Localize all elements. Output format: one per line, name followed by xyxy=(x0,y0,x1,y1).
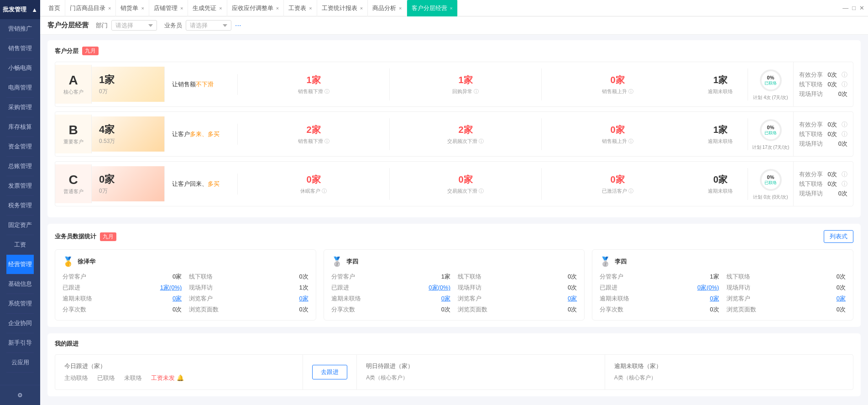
tab-close-icon[interactable]: × xyxy=(108,5,111,11)
overdue-followup-cell: 逾期未联络（家） A类（核心客户） xyxy=(605,355,853,389)
tomorrow-sub: A类（核心客户） xyxy=(366,374,595,382)
tab-close-icon[interactable]: × xyxy=(450,5,453,11)
right-stat-info-icon[interactable]: ⓘ xyxy=(842,180,847,188)
tier-stats-B: 2家 销售额下滑 ⓘ 2家 交易频次下滑 ⓘ 0家 销售额上升 ⓘ xyxy=(238,118,693,150)
sidebar-item-工资[interactable]: 工资 xyxy=(6,235,34,255)
right-stat-info-icon[interactable]: ⓘ xyxy=(842,71,847,79)
right-stat-info-icon[interactable]: ⓘ xyxy=(842,121,847,129)
sidebar-item-销售管理[interactable]: 销售管理 xyxy=(6,39,34,58)
overdue-sub: A类（核心客户） xyxy=(614,374,844,382)
tab-close-icon[interactable]: × xyxy=(360,5,363,11)
window-close-icon[interactable]: ✕ xyxy=(859,5,864,11)
right-stat-row: 有效分享 0次 ⓘ xyxy=(799,121,847,129)
dept-select[interactable]: 请选择 xyxy=(111,20,157,31)
page-title: 客户分层经营 xyxy=(47,21,89,30)
go-followup-button[interactable]: 去跟进 xyxy=(312,365,347,379)
tab-close-icon[interactable]: × xyxy=(141,5,144,11)
tier-right-stats-C: 有效分享 0次 ⓘ 线下联络 0次 ⓘ 现场拜访 0次 xyxy=(794,166,853,202)
biz-stat-right-1: 现场拜访 0次 xyxy=(727,284,846,292)
sidebar-item-电商管理[interactable]: 电商管理 xyxy=(6,78,34,98)
right-stat-row: 现场拜访 0次 xyxy=(799,90,847,98)
main-area: 首页门店商品目录×销货单×店铺管理×生成凭证×应收应付调整单×工资表×工资统计报… xyxy=(40,0,868,405)
sidebar-item-小畅电商[interactable]: 小畅电商 xyxy=(6,58,34,78)
tier-row-A: A 核心客户 1家 0万 让销售额不下滑 1家 销售额下滑 ⓘ 1家 回购异常 … xyxy=(55,62,853,107)
sidebar-header[interactable]: 批发管理 ▲ xyxy=(0,0,40,19)
tab-商品分析[interactable]: 商品分析× xyxy=(368,0,407,16)
sidebar-settings[interactable]: ⚙ xyxy=(0,385,40,405)
sidebar-item-资金管理[interactable]: 资金管理 xyxy=(6,137,34,157)
window-max-icon[interactable]: □ xyxy=(852,5,856,11)
medal-icon: 🥈 xyxy=(331,256,343,267)
sidebar-item-经营管理[interactable]: 经营管理 xyxy=(6,255,34,274)
biz-stat-left-2: 逾期未联络 0家 xyxy=(331,295,450,303)
sidebar-item-总账管理[interactable]: 总账管理 xyxy=(6,157,34,176)
tier-contact-B: 1家 逾期未联络 xyxy=(693,118,748,150)
tier-contact-A: 1家 逾期未联络 xyxy=(693,68,748,100)
sidebar: 批发管理 ▲ 营销推广销售管理小畅电商电商管理采购管理库存核算资金管理总账管理发… xyxy=(0,0,40,405)
tab-门店商品目录[interactable]: 门店商品目录× xyxy=(65,0,116,16)
biz-person-name: 徐泽华 xyxy=(78,258,95,266)
sidebar-item-固定资产[interactable]: 固定资产 xyxy=(6,216,34,235)
stat-cell: 2家 交易频次下滑 ⓘ xyxy=(390,118,542,150)
biz-select[interactable]: 请选择 xyxy=(186,20,231,31)
biz-stat-right-3: 浏览页面数 0次 xyxy=(727,305,846,314)
sidebar-collapse-icon[interactable]: ▲ xyxy=(31,6,37,13)
tier-stats-A: 1家 销售额下滑 ⓘ 1家 回购异常 ⓘ 0家 销售额上升 ⓘ xyxy=(238,68,693,100)
biz-stats-grid: 分管客户 0家 线下联络 0次 已跟进 1家(0%) 现场拜访 1次 逾期未联络… xyxy=(63,273,309,314)
tab-close-icon[interactable]: × xyxy=(309,5,312,11)
sidebar-item-企业协同[interactable]: 企业协同 xyxy=(6,314,34,333)
biz-stat-right-3: 浏览页面数 0次 xyxy=(458,305,577,314)
tab-close-icon[interactable]: × xyxy=(276,5,279,11)
biz-stat-left-1: 已跟进 1家(0%) xyxy=(63,284,182,292)
page-header: 客户分层经营 部门 请选择 业务员 请选择 ··· xyxy=(40,16,868,35)
today-label: 今日跟进（家） xyxy=(64,362,293,370)
tab-应收应付调整单[interactable]: 应收应付调整单× xyxy=(227,0,284,16)
tier-row-B: B 重要客户 4家 0.53万 让客户多来、多买 2家 销售额下滑 ⓘ 2家 交… xyxy=(55,111,853,157)
sidebar-item-系统管理[interactable]: 系统管理 xyxy=(6,294,34,314)
sidebar-item-新手引导[interactable]: 新手引导 xyxy=(6,333,34,353)
tab-首页[interactable]: 首页 xyxy=(44,0,65,16)
tier-right-stats-B: 有效分享 0次 ⓘ 线下联络 0次 ⓘ 现场拜访 0次 xyxy=(794,116,853,153)
stat-cell: 1家 回购异常 ⓘ xyxy=(390,68,542,100)
biz-stat-right-0: 线下联络 0次 xyxy=(189,273,308,281)
tab-客户分层经营[interactable]: 客户分层经营× xyxy=(407,0,458,16)
filter-more-icon[interactable]: ··· xyxy=(235,21,241,30)
list-view-button[interactable]: 列表式 xyxy=(824,230,853,243)
tab-close-icon[interactable]: × xyxy=(180,5,183,11)
sidebar-item-采购管理[interactable]: 采购管理 xyxy=(6,98,34,117)
right-stat-info-icon[interactable]: ⓘ xyxy=(842,170,847,179)
biz-stat-left-0: 分管客户 0家 xyxy=(63,273,182,281)
tier-circle-B: 0% 已联络 计划 17次 (7天/次) xyxy=(748,112,794,156)
sidebar-item-发票管理[interactable]: 发票管理 xyxy=(6,176,34,196)
customer-tier-section: 客户分层 九月 A 核心客户 1家 0万 让销售额不下滑 1家 销售额下滑 ⓘ … xyxy=(47,40,861,217)
sidebar-item-税务管理[interactable]: 税务管理 xyxy=(6,196,34,216)
sidebar-item-营销推广[interactable]: 营销推广 xyxy=(6,19,34,39)
right-stat-info-icon[interactable]: ⓘ xyxy=(842,80,847,89)
biz-stat-left-2: 逾期未联络 0家 xyxy=(63,295,182,303)
tier-circle-A: 0% 已联络 计划 4次 (7天/次) xyxy=(748,62,794,106)
tier-action-B: 让客户多来、多买 xyxy=(165,124,238,145)
window-min-icon[interactable]: — xyxy=(842,5,848,11)
biz-card-0: 🥇 徐泽华 分管客户 0家 线下联络 0次 已跟进 1家(0%) 现场拜访 1次… xyxy=(55,249,316,321)
biz-stat-left-1: 已跟进 0家(0%) xyxy=(331,284,450,292)
biz-stat-right-2: 浏览客户 0家 xyxy=(458,295,577,303)
biz-stat-left-0: 分管客户 1家 xyxy=(600,273,719,281)
sidebar-item-库存核算[interactable]: 库存核算 xyxy=(6,117,34,137)
right-stat-row: 有效分享 0次 ⓘ xyxy=(799,71,847,79)
tab-close-icon[interactable]: × xyxy=(219,5,222,11)
sidebar-item-云应用[interactable]: 云应用 xyxy=(6,353,34,373)
sidebar-item-基础信息[interactable]: 基础信息 xyxy=(6,274,34,294)
biz-card-header: 🥈 李四 xyxy=(331,256,577,267)
tab-店铺管理[interactable]: 店铺管理× xyxy=(149,0,188,16)
stat-cell: 1家 销售额下滑 ⓘ xyxy=(238,68,390,100)
biz-filter: 业务员 请选择 ··· xyxy=(164,20,241,31)
tab-销货单[interactable]: 销货单× xyxy=(116,0,149,16)
biz-card-1: 🥈 李四 分管客户 1家 线下联络 0次 已跟进 0家(0%) 现场拜访 0次 … xyxy=(324,249,585,321)
right-stat-info-icon[interactable]: ⓘ xyxy=(842,130,847,138)
tab-生成凭证[interactable]: 生成凭证× xyxy=(188,0,227,16)
tab-工资统计报表[interactable]: 工资统计报表× xyxy=(317,0,368,16)
tab-close-icon[interactable]: × xyxy=(399,5,402,11)
biz-stat-left-3: 分享次数 0次 xyxy=(600,305,719,314)
biz-month-badge: 九月 xyxy=(100,232,116,241)
tab-工资表[interactable]: 工资表× xyxy=(284,0,317,16)
